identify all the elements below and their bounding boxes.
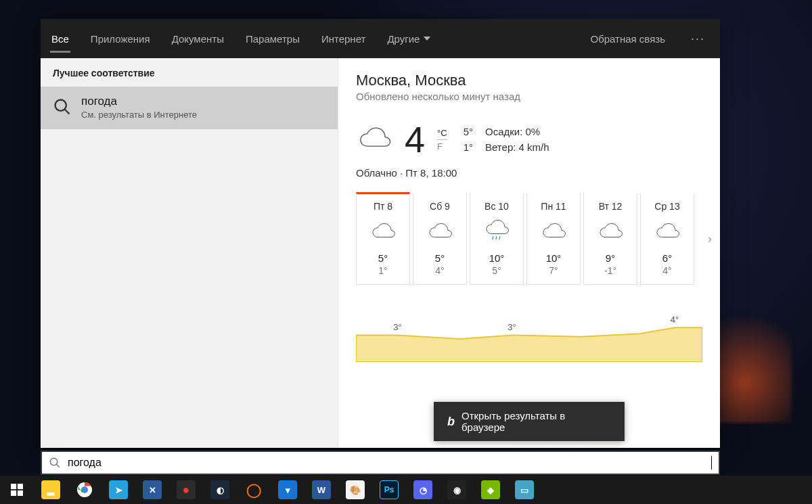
origin-icon: ◯	[244, 480, 263, 499]
forecast-day-label: Пн 11	[527, 201, 580, 212]
tab-more[interactable]: Другие	[376, 19, 441, 58]
windows-start-icon	[11, 484, 23, 496]
forecast-day[interactable]: Пт 85°1°	[356, 192, 410, 285]
forecast-high: 9°	[584, 252, 637, 264]
taskbar-item-uplay[interactable]: ▾	[272, 476, 303, 504]
paint-icon: 🎨	[346, 480, 365, 499]
windows-search-panel: Все Приложения Документы Параметры Интер…	[41, 19, 720, 448]
temperature-chart: 3°3°4°	[356, 308, 702, 362]
chart-point-label: 3°	[508, 322, 516, 332]
bing-icon: b	[447, 415, 455, 429]
forecast-day[interactable]: Вс 1010°5°	[470, 192, 524, 285]
forecast-day-label: Ср 13	[641, 201, 694, 212]
forecast-next-button[interactable]: ›	[708, 231, 712, 246]
svg-line-4	[499, 236, 500, 239]
tab-all-label: Все	[51, 33, 69, 45]
forecast-high: 10°	[527, 252, 580, 264]
wind: Ветер: 4 km/h	[485, 141, 549, 153]
word-icon: W	[312, 480, 331, 499]
search-input[interactable]	[68, 457, 711, 469]
tab-feedback-label: Обратная связь	[590, 33, 665, 45]
tab-docs-label: Документы	[172, 33, 224, 45]
taskbar-item-vk[interactable]: ✕	[137, 476, 168, 504]
svg-line-1	[65, 110, 70, 114]
taskbar-item-steam[interactable]: ◐	[204, 476, 235, 504]
taskbar-item-telegram[interactable]: ➤	[103, 476, 134, 504]
tab-apps-label: Приложения	[91, 33, 150, 45]
tab-web-label: Интернет	[321, 33, 365, 45]
nvidia-icon: ◆	[481, 480, 500, 499]
taskbar-search-box[interactable]	[41, 451, 720, 475]
precipitation: Осадки: 0%	[485, 126, 549, 137]
svg-rect-7	[11, 484, 16, 489]
file-explorer-icon: ▂	[41, 480, 60, 499]
taskbar-item-word[interactable]: W	[306, 476, 337, 504]
forecast-day[interactable]: Пн 1110°7°	[526, 192, 581, 285]
chrome-icon	[75, 480, 94, 499]
forecast-low: 5°	[470, 265, 523, 276]
discord-icon: ◔	[413, 480, 432, 499]
tab-docs[interactable]: Документы	[161, 19, 235, 58]
taskbar-item-start[interactable]	[1, 476, 32, 504]
open-in-browser-label: Открыть результаты в браузере	[461, 410, 611, 433]
taskbar-item-nvidia[interactable]: ◆	[475, 476, 506, 504]
tab-all[interactable]: Все	[41, 19, 80, 58]
taskbar-item-photoshop[interactable]: Ps	[374, 476, 405, 504]
forecast-day-label: Сб 9	[413, 201, 466, 212]
open-in-browser-button[interactable]: b Открыть результаты в браузере	[434, 402, 625, 441]
taskbar-item-discord[interactable]: ◔	[407, 476, 438, 504]
forecast-low: 4°	[413, 265, 466, 276]
unit-toggle[interactable]: °C F	[437, 128, 447, 152]
taskbar-item-yandex[interactable]: ●	[171, 476, 202, 504]
chevron-down-icon	[424, 37, 430, 41]
text-caret	[711, 456, 712, 469]
cloud-icon	[597, 219, 624, 246]
taskbar-item-file-explorer[interactable]: ▂	[35, 476, 66, 504]
uplay-icon: ▾	[278, 480, 297, 499]
temp-high: 5°	[464, 126, 473, 137]
taskbar-item-paint[interactable]: 🎨	[340, 476, 371, 504]
search-results-column: Лучшее соответствие погода См. результат…	[41, 58, 338, 448]
forecast-low: 7°	[527, 265, 580, 276]
weather-preview-pane: Москва, Москва Обновлено несколько минут…	[338, 58, 720, 448]
cloud-icon	[654, 219, 681, 246]
svg-line-6	[56, 464, 60, 467]
forecast-day[interactable]: Сб 95°4°	[413, 192, 467, 285]
taskbar-item-origin[interactable]: ◯	[238, 476, 269, 504]
current-temperature: 4	[405, 121, 425, 158]
search-tabs: Все Приложения Документы Параметры Интер…	[41, 19, 720, 58]
vk-icon: ✕	[143, 480, 162, 499]
steam-icon: ◐	[210, 480, 229, 499]
taskbar-item-chrome[interactable]	[69, 476, 100, 504]
svg-rect-8	[18, 484, 23, 489]
search-result-item[interactable]: погода См. результаты в Интернете	[41, 87, 338, 129]
taskbar-item-notes[interactable]: ▭	[509, 476, 540, 504]
forecast-day[interactable]: Вт 129°-1°	[583, 192, 637, 285]
cloud-icon	[356, 121, 392, 158]
unit-celsius: °C	[437, 128, 447, 140]
chart-area-icon	[356, 308, 702, 362]
forecast-high: 6°	[641, 252, 694, 264]
obs-icon: ◉	[447, 480, 466, 499]
yandex-icon: ●	[177, 480, 196, 499]
tab-feedback[interactable]: Обратная связь	[579, 19, 676, 58]
forecast-day-label: Вт 12	[584, 201, 637, 212]
tab-apps[interactable]: Приложения	[80, 19, 161, 58]
tab-web[interactable]: Интернет	[311, 19, 376, 58]
taskbar-item-obs[interactable]: ◉	[441, 476, 472, 504]
forecast-low: 4°	[641, 265, 694, 276]
forecast-day[interactable]: Ср 136°4°	[640, 192, 694, 285]
result-title: погода	[81, 95, 197, 108]
more-menu-button[interactable]: ···	[676, 32, 720, 46]
condition-line: Облачно · Пт 8, 18:00	[356, 167, 702, 179]
svg-line-3	[496, 236, 497, 239]
tab-settings-label: Параметры	[246, 33, 300, 45]
forecast-high: 5°	[357, 252, 409, 264]
weather-updated: Обновлено несколько минут назад	[356, 91, 702, 102]
cloud-icon	[540, 219, 567, 246]
svg-point-5	[50, 458, 58, 465]
tab-settings[interactable]: Параметры	[235, 19, 311, 58]
svg-rect-10	[18, 490, 23, 496]
notes-icon: ▭	[515, 480, 534, 499]
svg-line-2	[493, 236, 493, 239]
